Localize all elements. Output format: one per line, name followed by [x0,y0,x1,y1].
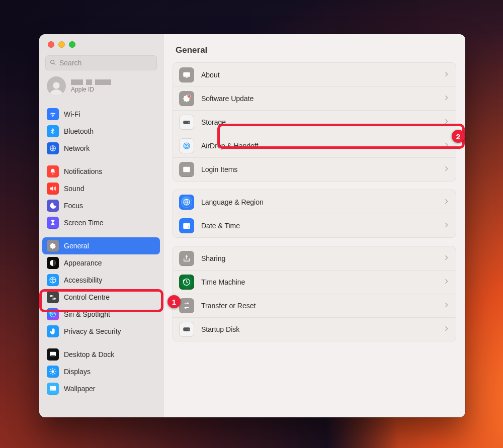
row-label: About [201,71,436,79]
speaker-icon [47,183,59,195]
sidebar-item-label: Wallpaper [64,385,155,393]
sidebar-item-label: Notifications [64,167,155,175]
settings-window: Apple ID Wi-FiBluetoothNetworkNotificati… [39,34,465,417]
sidebar-item-label: Accessibility [64,276,155,284]
calendar-icon [179,218,194,233]
chevron-right-icon [443,165,450,173]
sidebar-item-label: Control Centre [64,293,155,301]
row-label: Sharing [201,254,436,262]
chevron-right-icon [443,142,450,150]
chevron-right-icon [443,71,450,79]
row-label: Transfer or Reset [201,302,436,310]
chevron-right-icon [443,325,450,333]
sidebar-item-sound[interactable]: Sound [42,180,160,197]
sidebar-item-general[interactable]: General [42,237,160,254]
settings-panel: Language & RegionDate & Time [173,190,456,238]
sidebar-item-label: Desktop & Dock [64,350,155,359]
globe-icon [179,195,194,210]
sidebar-item-label: Focus [64,202,155,210]
page-title: General [163,34,465,62]
apple-id-row[interactable]: Apple ID [39,74,163,103]
list-icon [179,162,194,177]
sidebar-item-wallpaper[interactable]: Wallpaper [42,380,160,397]
sidebar-item-notifications[interactable]: Notifications [42,163,160,180]
sidebar-item-desktop[interactable]: Desktop & Dock [42,346,160,363]
sidebar-item-appearance[interactable]: Appearance [42,254,160,272]
sidebar-item-label: Sound [64,185,155,193]
sidebar-item-displays[interactable]: Displays [42,363,160,380]
sidebar-item-network[interactable]: Network [42,140,160,157]
fullscreen-window-button[interactable] [69,41,75,48]
apple-id-label: Apple ID [71,86,111,93]
sidebar-item-wifi[interactable]: Wi-Fi [42,106,160,123]
chevron-right-icon [443,302,450,310]
settings-panel: AboutSoftware UpdateStorageAirDrop & Han… [173,62,456,182]
sidebar-item-label: Appearance [64,259,155,267]
search-input[interactable] [59,59,153,67]
row-software-update[interactable]: Software Update [173,86,456,110]
avatar [47,76,66,96]
row-time-machine[interactable]: Time Machine [173,270,456,294]
close-window-button[interactable] [48,41,54,48]
airdrop-icon [179,138,194,153]
share-icon [179,251,194,266]
sidebar-item-screentime[interactable]: Screen Time [42,214,160,231]
sidebar-item-label: Siri & Spotlight [64,310,155,318]
disk-icon [179,322,194,337]
dock-icon [47,348,59,361]
siri-icon [47,308,59,320]
sidebar-item-controlcentre[interactable]: Control Centre [42,289,160,306]
transfer-icon [179,298,194,313]
sidebar-item-siri[interactable]: Siri & Spotlight [42,306,160,323]
row-label: Storage [201,118,436,126]
drive-icon [179,115,194,130]
accessibility-icon [47,274,59,286]
chevron-right-icon [443,118,450,126]
chevron-right-icon [443,222,450,230]
wallpaper-icon [47,383,59,395]
window-controls [39,34,163,49]
chevron-right-icon [443,95,450,103]
row-about[interactable]: About [173,63,456,86]
settings-panel: SharingTime MachineTransfer or ResetStar… [173,246,456,341]
row-login-items[interactable]: Login Items [173,157,456,181]
row-language-region[interactable]: Language & Region [173,190,456,214]
main-content: General AboutSoftware UpdateStorageAirDr… [163,34,465,417]
row-startup-disk[interactable]: Startup Disk [173,317,456,341]
minimize-window-button[interactable] [58,41,65,48]
bell-icon [47,165,59,177]
chevron-right-icon [443,198,450,206]
display-icon [179,67,194,82]
sidebar-item-bluetooth[interactable]: Bluetooth [42,123,160,140]
sidebar-item-label: Network [64,144,155,152]
sidebar-item-privacy[interactable]: Privacy & Security [42,323,160,340]
sidebar-item-label: Wi-Fi [64,110,155,118]
row-label: AirDrop & Handoff [201,142,436,150]
row-storage[interactable]: Storage [173,110,456,134]
user-name-redacted [71,79,111,85]
row-date-time[interactable]: Date & Time [173,214,456,237]
gear-icon [47,240,59,252]
timemachine-icon [179,275,194,290]
sidebar-item-focus[interactable]: Focus [42,197,160,214]
row-label: Language & Region [201,198,436,206]
hand-icon [47,325,59,337]
bluetooth-icon [47,125,59,137]
row-transfer-reset[interactable]: Transfer or Reset [173,294,456,317]
row-label: Software Update [201,95,436,103]
moon-icon [47,200,59,212]
sidebar: Apple ID Wi-FiBluetoothNetworkNotificati… [39,34,163,417]
gearbadge-icon [179,91,194,106]
search-field[interactable] [45,55,157,70]
search-icon [49,59,56,67]
sidebar-item-label: General [64,242,155,250]
chevron-right-icon [443,254,450,262]
row-sharing[interactable]: Sharing [173,246,456,270]
chevron-right-icon [443,278,450,286]
svg-point-2 [53,82,59,88]
sidebar-item-accessibility[interactable]: Accessibility [42,272,160,289]
row-airdrop-handoff[interactable]: AirDrop & Handoff [173,134,456,157]
switches-icon [47,291,59,303]
appearance-icon [47,257,59,269]
globe-icon [47,142,59,154]
